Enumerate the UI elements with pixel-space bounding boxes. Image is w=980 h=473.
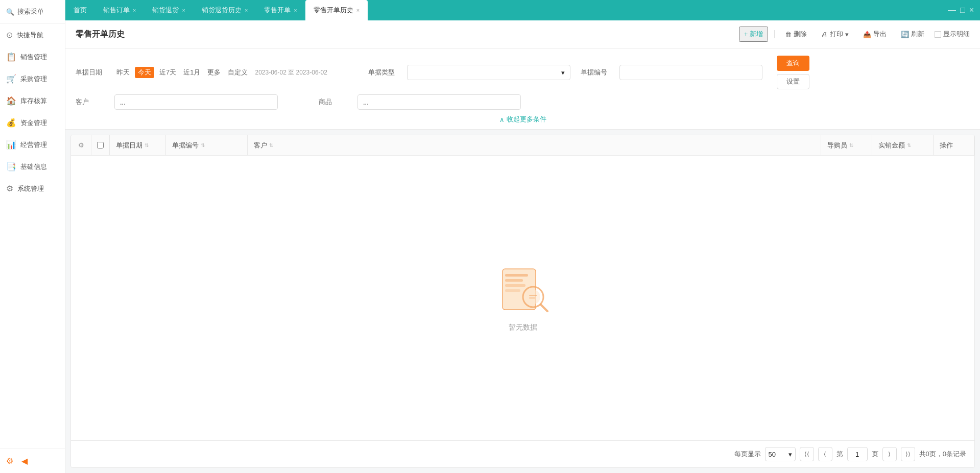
date-opt-yesterday[interactable]: 昨天 [114, 67, 132, 78]
settings-bottom-icon[interactable]: ⚙ [6, 456, 13, 466]
date-opt-last7[interactable]: 近7天 [157, 67, 178, 78]
tab-sales-return-history-label: 销货退货历史 [202, 6, 242, 15]
sidebar-item-operations[interactable]: 📊 经营管理 [0, 134, 65, 156]
th-guide[interactable]: 导购员 ⇅ [821, 135, 872, 155]
sidebar-item-basic-info[interactable]: 📑 基础信息 [0, 156, 65, 178]
tab-retail-open[interactable]: 零售开单 × [256, 0, 305, 20]
date-opt-custom[interactable]: 自定义 [226, 67, 250, 78]
tab-sales-return[interactable]: 销货退货 × [144, 0, 193, 20]
finance-icon: 💰 [6, 118, 16, 128]
sidebar-item-inventory[interactable]: 🏠 库存核算 [0, 90, 65, 112]
setting-button[interactable]: 设置 [777, 74, 809, 89]
th-guide-sort-icon[interactable]: ⇅ [849, 142, 853, 148]
sidebar-item-finance[interactable]: 💰 资金管理 [0, 112, 65, 134]
display-detail-toggle[interactable]: 显示明细 [935, 30, 970, 39]
th-billno-sort-icon[interactable]: ⇅ [201, 142, 205, 148]
bill-type-select[interactable]: ▾ [407, 65, 570, 80]
tab-retail-open-history-close[interactable]: × [356, 7, 360, 13]
customer-placeholder: ... [120, 98, 126, 106]
sidebar-item-label: 采购管理 [20, 74, 47, 84]
svg-rect-3 [505, 284, 525, 287]
tab-retail-open-history[interactable]: 零售开单历史 × [305, 0, 368, 20]
empty-state: 暂无数据 [71, 156, 974, 440]
collapse-sidebar-icon[interactable]: ◀ [21, 456, 28, 466]
sidebar-item-label: 经营管理 [20, 140, 47, 150]
content-area: 零售开单历史 + 新增 🗑 删除 🖨 打印 ▾ 📤 导出 [65, 20, 980, 473]
th-billno[interactable]: 单据编号 ⇅ [166, 135, 248, 155]
print-button[interactable]: 🖨 打印 ▾ [817, 28, 853, 41]
add-btn-label: + 新增 [744, 30, 763, 39]
sidebar-search[interactable]: 🔍 搜索采单 [0, 0, 65, 24]
display-checkbox[interactable] [935, 31, 941, 38]
collapse-filter-btn[interactable]: ∧ 收起更多条件 [76, 115, 970, 124]
tab-bar: 首页 销售订单 × 销货退货 × 销货退货历史 × 零售开单 × 零售开单历史 … [65, 0, 980, 20]
page-unit-label: 页 [872, 450, 878, 459]
tab-sales-order-close[interactable]: × [133, 7, 136, 13]
tab-home-label: 首页 [74, 6, 87, 15]
table-area: ⚙ 单据日期 ⇅ 单据编号 ⇅ 客户 ⇅ 导购员 ⇅ [70, 135, 975, 468]
page-first-btn[interactable]: ⟨⟨ [800, 447, 814, 461]
sidebar-item-label: 资金管理 [20, 118, 47, 128]
sidebar-item-quick-nav[interactable]: ⊙ 快捷导航 [0, 24, 65, 46]
tab-home[interactable]: 首页 [65, 0, 95, 20]
window-minimize-btn[interactable]: — [948, 6, 956, 15]
svg-point-6 [526, 290, 540, 304]
date-opt-more[interactable]: 更多 [205, 67, 223, 78]
tab-sales-return-history[interactable]: 销货退货历史 × [194, 0, 256, 20]
th-customer-sort-icon[interactable]: ⇅ [269, 142, 273, 148]
th-date-sort-icon[interactable]: ⇅ [145, 142, 149, 148]
page-prev-btn[interactable]: ⟨ [818, 447, 832, 461]
search-icon: 🔍 [6, 8, 14, 16]
table-select-all-checkbox[interactable] [91, 135, 110, 155]
inventory-icon: 🏠 [6, 96, 16, 106]
delete-btn-label: 删除 [794, 30, 807, 39]
add-button[interactable]: + 新增 [739, 27, 768, 42]
query-button[interactable]: 查询 [777, 56, 809, 71]
refresh-button[interactable]: 🔄 刷新 [897, 28, 928, 41]
refresh-btn-label: 刷新 [911, 30, 924, 39]
tab-sales-return-history-close[interactable]: × [245, 7, 248, 13]
tab-bar-right: — □ × [948, 6, 980, 15]
sidebar-bottom: ⚙ ◀ [0, 449, 65, 473]
date-opt-last1month[interactable]: 近1月 [181, 67, 202, 78]
tab-retail-open-close[interactable]: × [294, 7, 297, 13]
th-date[interactable]: 单据日期 ⇅ [110, 135, 166, 155]
tab-retail-open-label: 零售开单 [264, 6, 291, 15]
table-header: ⚙ 单据日期 ⇅ 单据编号 ⇅ 客户 ⇅ 导购员 ⇅ [71, 135, 974, 156]
page-info-label: 第 [836, 450, 843, 459]
goods-label: 商品 [319, 97, 347, 107]
th-amount[interactable]: 实销金额 ⇅ [872, 135, 934, 155]
th-action: 操作 [934, 135, 974, 155]
table-settings-icon[interactable]: ⚙ [71, 135, 91, 155]
bill-type-chevron: ▾ [561, 69, 565, 77]
sidebar-search-label: 搜索采单 [17, 7, 44, 16]
sidebar-item-purchase-mgmt[interactable]: 🛒 采购管理 [0, 68, 65, 90]
th-customer[interactable]: 客户 ⇅ [248, 135, 821, 155]
window-maximize-btn[interactable]: □ [960, 6, 965, 15]
page-size-select[interactable]: 50 ▾ [765, 447, 796, 461]
date-opt-today[interactable]: 今天 [135, 67, 154, 78]
sidebar-item-sales-mgmt[interactable]: 📋 销售管理 [0, 46, 65, 68]
customer-select[interactable]: ... [114, 94, 278, 110]
goods-select[interactable]: ... [357, 94, 521, 110]
bill-no-label: 单据编号 [581, 68, 609, 77]
select-all-input[interactable] [97, 142, 104, 148]
page-last-btn[interactable]: ⟩⟩ [901, 447, 915, 461]
sidebar-item-system[interactable]: ⚙ 系统管理 [0, 178, 65, 200]
svg-line-7 [541, 305, 547, 311]
page-next-btn[interactable]: ⟩ [882, 447, 897, 461]
empty-text: 暂无数据 [509, 323, 537, 332]
export-button[interactable]: 📤 导出 [859, 28, 891, 41]
print-chevron-icon: ▾ [845, 31, 849, 38]
th-amount-sort-icon[interactable]: ⇅ [907, 142, 911, 148]
bill-no-input[interactable] [619, 65, 762, 80]
sidebar-item-label: 系统管理 [17, 184, 44, 193]
tab-sales-order[interactable]: 销售订单 × [95, 0, 144, 20]
toolbar: + 新增 🗑 删除 🖨 打印 ▾ 📤 导出 🔄 刷 [739, 27, 970, 42]
page-number-input[interactable]: 1 [847, 447, 868, 461]
window-close-btn[interactable]: × [969, 6, 974, 15]
refresh-icon: 🔄 [901, 31, 909, 38]
tab-sales-return-close[interactable]: × [182, 7, 185, 13]
delete-button[interactable]: 🗑 删除 [781, 28, 811, 41]
purchase-mgmt-icon: 🛒 [6, 74, 16, 84]
